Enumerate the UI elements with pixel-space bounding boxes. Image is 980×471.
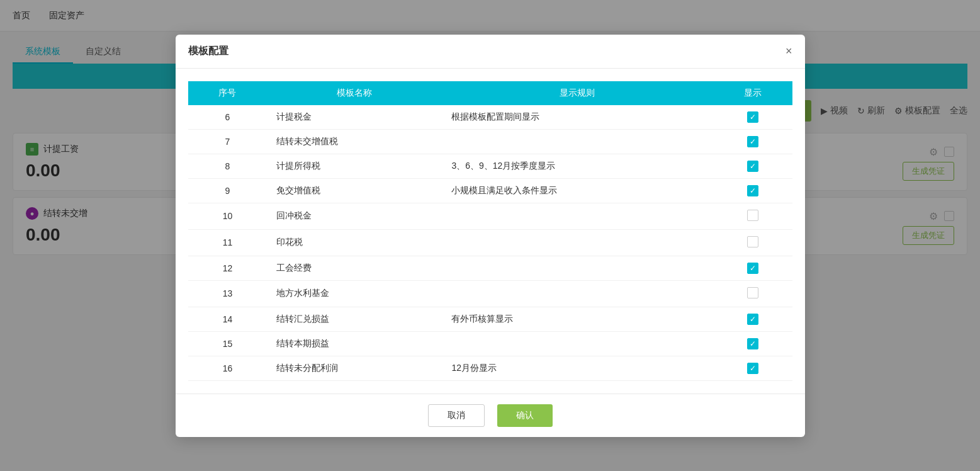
modal-overlay: 模板配置 × 序号 模板名称 显示规则 显示 6计提税金根据模板配置期间显	[0, 0, 980, 471]
row-checkbox-5[interactable]	[747, 236, 758, 247]
cell-checkbox: ✓	[713, 129, 792, 154]
row-checkbox-8[interactable]: ✓	[747, 314, 758, 325]
cell-checkbox: ✓	[713, 178, 792, 203]
table-scroll[interactable]: 序号 模板名称 显示规则 显示 6计提税金根据模板配置期间显示✓7结转未交增值税…	[188, 81, 792, 381]
cell-name: 结转汇兑损益	[267, 307, 442, 331]
table-row: 9免交增值税小规模且满足收入条件显示✓	[188, 178, 792, 203]
row-checkbox-1[interactable]: ✓	[747, 136, 758, 147]
cell-rule: 3、6、9、12月按季度显示	[442, 154, 712, 178]
row-checkbox-6[interactable]: ✓	[747, 263, 758, 274]
cell-checkbox: ✓	[713, 256, 792, 280]
modal-title: 模板配置	[188, 45, 228, 58]
modal-template-config: 模板配置 × 序号 模板名称 显示规则 显示 6计提税金根据模板配置期间显	[176, 35, 805, 437]
row-checkbox-4[interactable]	[747, 210, 758, 221]
table-row: 6计提税金根据模板配置期间显示✓	[188, 105, 792, 130]
cell-checkbox: ✓	[713, 356, 792, 380]
cell-name: 结转未分配利润	[267, 356, 442, 380]
cell-rule: 小规模且满足收入条件显示	[442, 178, 712, 203]
col-header-display: 显示	[713, 81, 792, 105]
cell-name: 回冲税金	[267, 203, 442, 229]
confirm-button[interactable]: 确认	[497, 404, 553, 427]
cell-rule	[442, 280, 712, 307]
table-row: 8计提所得税3、6、9、12月按季度显示✓	[188, 154, 792, 178]
cell-seq: 16	[188, 356, 268, 380]
cell-name: 计提税金	[267, 105, 442, 130]
cell-rule	[442, 256, 712, 280]
table-row: 7结转未交增值税✓	[188, 129, 792, 154]
modal-header: 模板配置 ×	[176, 35, 805, 69]
row-checkbox-9[interactable]: ✓	[747, 338, 758, 349]
cell-seq: 13	[188, 280, 268, 307]
cell-name: 免交增值税	[267, 178, 442, 203]
cell-checkbox: ✓	[713, 105, 792, 130]
table-row: 16结转未分配利润12月份显示✓	[188, 356, 792, 380]
cell-checkbox	[713, 280, 792, 307]
cell-name: 工会经费	[267, 256, 442, 280]
row-checkbox-10[interactable]: ✓	[747, 363, 758, 374]
cell-seq: 7	[188, 129, 268, 154]
table-row: 12工会经费✓	[188, 256, 792, 280]
cell-seq: 6	[188, 105, 268, 130]
row-checkbox-0[interactable]: ✓	[747, 111, 758, 123]
table-row: 11印花税	[188, 229, 792, 256]
cell-rule: 根据模板配置期间显示	[442, 105, 712, 130]
cancel-button[interactable]: 取消	[428, 404, 485, 427]
table-row: 13地方水利基金	[188, 280, 792, 307]
cell-name: 印花税	[267, 229, 442, 256]
modal-footer: 取消 确认	[176, 394, 805, 437]
cell-checkbox: ✓	[713, 331, 792, 356]
cell-seq: 10	[188, 203, 268, 229]
cell-rule	[442, 129, 712, 154]
cell-checkbox	[713, 229, 792, 256]
cell-rule: 12月份显示	[442, 356, 712, 380]
table-row: 15结转本期损益✓	[188, 331, 792, 356]
col-header-name: 模板名称	[267, 81, 442, 105]
row-checkbox-2[interactable]: ✓	[747, 161, 758, 172]
cell-checkbox: ✓	[713, 307, 792, 331]
cell-name: 地方水利基金	[267, 280, 442, 307]
row-checkbox-7[interactable]	[747, 287, 758, 298]
close-icon[interactable]: ×	[786, 45, 792, 57]
cell-checkbox	[713, 203, 792, 229]
cell-checkbox: ✓	[713, 154, 792, 178]
cell-rule	[442, 203, 712, 229]
cell-seq: 15	[188, 331, 268, 356]
col-header-rule: 显示规则	[442, 81, 712, 105]
table-header-row: 序号 模板名称 显示规则 显示	[188, 81, 792, 105]
col-header-seq: 序号	[188, 81, 268, 105]
cell-name: 结转未交增值税	[267, 129, 442, 154]
cell-seq: 8	[188, 154, 268, 178]
cell-rule	[442, 229, 712, 256]
table-row: 10回冲税金	[188, 203, 792, 229]
table-row: 14结转汇兑损益有外币核算显示✓	[188, 307, 792, 331]
cell-rule	[442, 331, 712, 356]
cell-seq: 11	[188, 229, 268, 256]
cell-name: 结转本期损益	[267, 331, 442, 356]
table-body: 6计提税金根据模板配置期间显示✓7结转未交增值税✓8计提所得税3、6、9、12月…	[188, 105, 792, 381]
cell-rule: 有外币核算显示	[442, 307, 712, 331]
row-checkbox-3[interactable]: ✓	[747, 185, 758, 196]
config-table: 序号 模板名称 显示规则 显示 6计提税金根据模板配置期间显示✓7结转未交增值税…	[188, 81, 792, 381]
cell-seq: 9	[188, 178, 268, 203]
cell-name: 计提所得税	[267, 154, 442, 178]
cell-seq: 14	[188, 307, 268, 331]
cell-seq: 12	[188, 256, 268, 280]
modal-body: 序号 模板名称 显示规则 显示 6计提税金根据模板配置期间显示✓7结转未交增值税…	[176, 69, 805, 394]
